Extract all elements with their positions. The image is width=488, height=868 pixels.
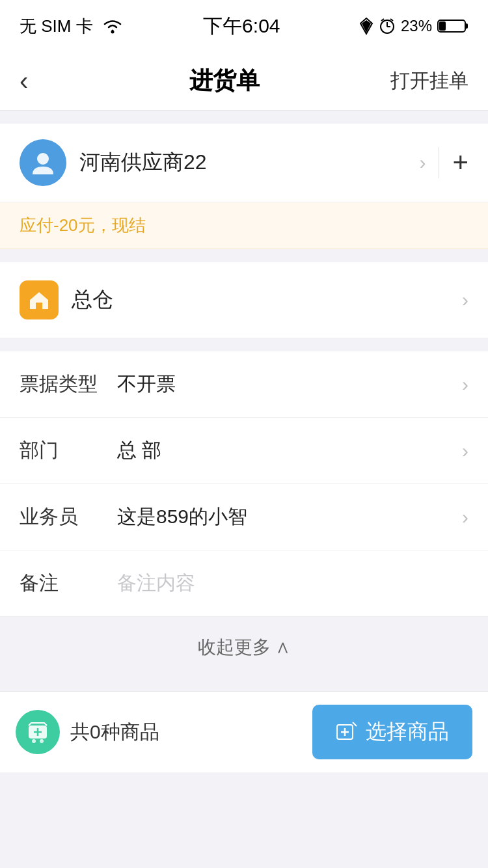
department-label: 部门 [20, 437, 104, 464]
remark-input[interactable]: 备注内容 [117, 570, 468, 597]
svg-rect-7 [465, 23, 468, 29]
svg-point-13 [40, 739, 44, 743]
add-supplier-button[interactable]: + [439, 147, 468, 178]
department-value: 总 部 [117, 437, 462, 464]
bottom-bar: 共0种商品 选择商品 [0, 691, 488, 772]
remark-row[interactable]: 备注 备注内容 [0, 550, 488, 617]
invoice-type-value: 不开票 [117, 371, 462, 398]
battery-icon [437, 18, 468, 34]
invoice-type-chevron-icon: › [462, 373, 468, 396]
page-title: 进货单 [189, 65, 260, 97]
svg-point-9 [37, 153, 49, 165]
status-bar: 无 SIM 卡 下午6:04 23% [0, 0, 488, 52]
select-product-icon [336, 721, 358, 743]
carrier-text: 无 SIM 卡 [20, 15, 93, 38]
location-icon [359, 17, 373, 35]
salesperson-row[interactable]: 业务员 这是859的小智 › [0, 484, 488, 550]
warehouse-row[interactable]: 总仓 › [0, 262, 488, 338]
select-product-button[interactable]: 选择商品 [312, 705, 472, 759]
collapse-row[interactable]: 收起更多 ∧ [0, 617, 488, 678]
warehouse-icon-bg [20, 280, 59, 319]
svg-rect-10 [36, 303, 42, 309]
svg-point-0 [111, 31, 114, 34]
supplier-row[interactable]: 河南供应商22 › + [0, 124, 488, 202]
svg-rect-8 [439, 21, 446, 31]
status-left: 无 SIM 卡 [20, 15, 124, 38]
warehouse-section: 总仓 › [0, 262, 488, 338]
alarm-icon [379, 17, 396, 35]
gray-area [0, 772, 488, 868]
invoice-type-row[interactable]: 票据类型 不开票 › [0, 351, 488, 418]
notice-text: 应付-20元，现结 [20, 215, 146, 235]
department-row[interactable]: 部门 总 部 › [0, 418, 488, 484]
supplier-avatar [20, 139, 66, 186]
separator-1 [0, 111, 488, 124]
svg-point-12 [32, 739, 36, 743]
salesperson-value: 这是859的小智 [117, 504, 462, 530]
warehouse-label: 总仓 [72, 286, 462, 314]
separator-3 [0, 338, 488, 351]
salesperson-chevron-icon: › [462, 506, 468, 528]
separator-2 [0, 249, 488, 262]
form-section: 票据类型 不开票 › 部门 总 部 › 业务员 这是859的小智 › 备注 备注… [0, 351, 488, 617]
open-hang-button[interactable]: 打开挂单 [390, 68, 468, 94]
status-time: 下午6:04 [203, 13, 280, 40]
department-chevron-icon: › [462, 440, 468, 462]
nav-bar: ‹ 进货单 打开挂单 [0, 52, 488, 111]
supplier-chevron-icon: › [419, 152, 426, 174]
product-count-text: 共0种商品 [70, 719, 312, 746]
collapse-label: 收起更多 ∧ [198, 635, 291, 660]
remark-label: 备注 [20, 570, 104, 597]
house-icon [27, 288, 51, 312]
back-button[interactable]: ‹ [20, 66, 59, 96]
invoice-type-label: 票据类型 [20, 371, 104, 398]
wifi-icon [101, 18, 124, 34]
supplier-section: 河南供应商22 › + 应付-20元，现结 [0, 124, 488, 249]
person-icon [29, 148, 57, 177]
warehouse-chevron-icon: › [462, 289, 468, 311]
product-icon-bg [16, 710, 60, 754]
status-right: 23% [359, 17, 468, 35]
supplier-name: 河南供应商22 [79, 148, 419, 177]
salesperson-label: 业务员 [20, 504, 104, 530]
select-product-label: 选择商品 [366, 718, 449, 746]
cart-icon [25, 719, 51, 745]
battery-text: 23% [401, 17, 432, 35]
notice-banner: 应付-20元，现结 [0, 202, 488, 249]
